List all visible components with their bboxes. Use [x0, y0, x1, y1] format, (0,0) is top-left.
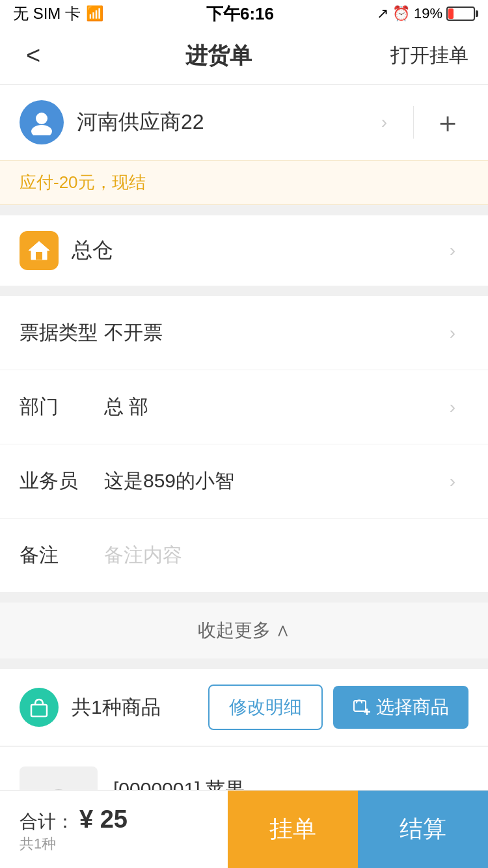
person-avatar-icon	[29, 109, 55, 135]
department-label: 部门	[20, 394, 104, 420]
warehouse-section[interactable]: 总仓 ›	[0, 215, 488, 286]
bottom-bar: 合计： ¥ 25 共1种 挂单 结算	[0, 790, 488, 868]
battery-percent: 19%	[414, 5, 442, 22]
supplier-section: 河南供应商22 › ＋ 应付-20元，现结	[0, 85, 488, 205]
total-count: 共1种	[20, 834, 208, 854]
content-area: 河南供应商22 › ＋ 应付-20元，现结 总仓 › 票据类型 不开票 ›	[0, 85, 488, 868]
form-row-remark[interactable]: 备注 备注内容	[0, 519, 488, 592]
form-row-salesperson[interactable]: 业务员 这是859的小智 ›	[0, 444, 488, 519]
remark-label: 备注	[20, 542, 104, 569]
product-count-icon	[20, 688, 59, 727]
product-header: 共1种商品 修改明细 选择商品	[0, 669, 488, 746]
shopping-bag-icon	[27, 696, 51, 719]
nav-bar: < 进货单 打开挂单	[0, 27, 488, 85]
time-display: 下午6:16	[206, 3, 274, 25]
salesperson-chevron-icon: ›	[450, 471, 455, 492]
product-count-text: 共1种商品	[72, 694, 208, 721]
salesperson-label: 业务员	[20, 468, 104, 495]
page-title: 进货单	[185, 41, 252, 71]
alarm-icon: ⏰	[392, 5, 410, 22]
collapse-bar[interactable]: 收起更多 ∧	[0, 603, 488, 658]
house-icon	[27, 239, 51, 262]
department-chevron-icon: ›	[450, 397, 455, 418]
status-left: 无 SIM 卡 📶	[13, 3, 103, 24]
supplier-chevron-icon: ›	[381, 112, 387, 133]
select-product-button[interactable]: 选择商品	[333, 686, 468, 729]
avatar	[20, 100, 64, 144]
location-icon: ↗	[377, 5, 388, 22]
warehouse-row[interactable]: 总仓 ›	[0, 215, 488, 286]
form-row-department[interactable]: 部门 总 部 ›	[0, 370, 488, 444]
open-pending-button[interactable]: 打开挂单	[390, 42, 468, 69]
status-bar: 无 SIM 卡 📶 下午6:16 ↗ ⏰ 19%	[0, 0, 488, 27]
add-supplier-button[interactable]: ＋	[427, 103, 468, 142]
department-value: 总 部	[104, 394, 450, 420]
form-row-invoice[interactable]: 票据类型 不开票 ›	[0, 296, 488, 370]
notice-bar: 应付-20元，现结	[0, 160, 488, 205]
svg-point-1	[31, 125, 52, 135]
battery-icon	[446, 7, 475, 21]
carrier-text: 无 SIM 卡	[13, 3, 81, 24]
back-button[interactable]: <	[20, 35, 47, 76]
pending-button[interactable]: 挂单	[228, 791, 358, 868]
select-product-label: 选择商品	[376, 695, 449, 720]
remark-placeholder: 备注内容	[104, 542, 468, 569]
invoice-value: 不开票	[104, 319, 450, 346]
supplier-divider	[413, 106, 414, 139]
total-section: 合计： ¥ 25 共1种	[0, 791, 228, 868]
warehouse-name: 总仓	[72, 236, 450, 265]
supplier-row[interactable]: 河南供应商22 › ＋	[0, 85, 488, 160]
warehouse-chevron-icon: ›	[450, 240, 455, 261]
invoice-label: 票据类型	[20, 319, 104, 346]
svg-rect-3	[36, 252, 42, 260]
select-product-icon	[353, 698, 371, 716]
warehouse-icon	[20, 231, 59, 270]
svg-point-0	[36, 113, 47, 124]
wifi-icon: 📶	[86, 5, 103, 22]
total-amount: ¥ 25	[79, 806, 128, 834]
form-section: 票据类型 不开票 › 部门 总 部 › 业务员 这是859的小智 › 备注 备注…	[0, 296, 488, 592]
invoice-chevron-icon: ›	[450, 323, 455, 344]
modify-detail-button[interactable]: 修改明细	[208, 685, 323, 730]
svg-rect-4	[31, 705, 47, 716]
total-label: 合计：	[20, 809, 74, 834]
supplier-name: 河南供应商22	[77, 108, 204, 137]
svg-rect-5	[354, 701, 366, 711]
status-right: ↗ ⏰ 19%	[377, 5, 475, 22]
salesperson-value: 这是859的小智	[104, 468, 450, 495]
supplier-left: 河南供应商22	[20, 100, 381, 144]
checkout-button[interactable]: 结算	[358, 791, 488, 868]
